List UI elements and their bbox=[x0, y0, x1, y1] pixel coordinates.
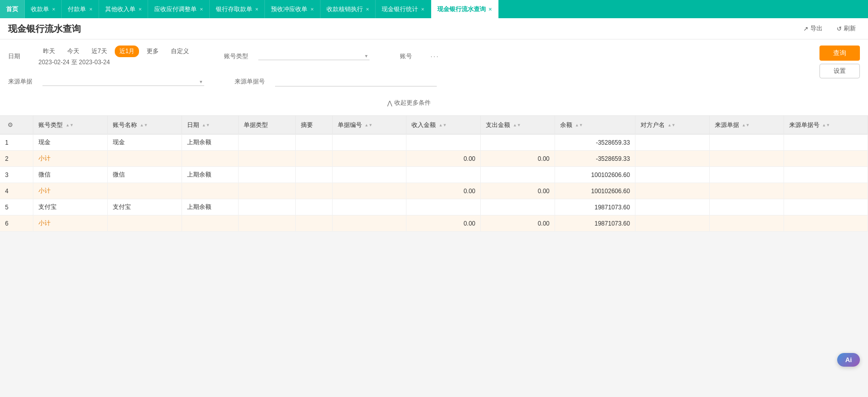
table-cell bbox=[239, 183, 295, 199]
sort-icon[interactable]: ▲▼ bbox=[140, 123, 148, 127]
table-cell: 4 bbox=[0, 183, 33, 199]
chevron-down-icon: ▾ bbox=[365, 53, 368, 59]
date-1month[interactable]: 近1月 bbox=[115, 46, 140, 57]
account-type-select[interactable]: ▾ bbox=[258, 52, 370, 60]
table-cell bbox=[239, 215, 295, 232]
nav-xianjinyinhang[interactable]: 现金银行统计 × bbox=[376, 0, 431, 18]
col-balance: 余额 ▲▼ bbox=[555, 116, 635, 135]
nav-label: 现金银行流水查询 bbox=[437, 5, 486, 14]
refresh-button[interactable]: ↺ 刷新 bbox=[833, 22, 860, 35]
nav-fukuandan[interactable]: 付款单 × bbox=[62, 0, 99, 18]
nav-shoukuanhexiao[interactable]: 收款核销执行 × bbox=[321, 0, 376, 18]
table-cell bbox=[406, 199, 481, 215]
close-icon[interactable]: × bbox=[489, 6, 492, 12]
col-income: 收入金额 ▲▼ bbox=[406, 116, 481, 135]
source-doc-no-input[interactable] bbox=[275, 77, 437, 86]
nav-qitashouruan[interactable]: 其他收入单 × bbox=[99, 0, 148, 18]
col-source-doc-no: 来源单据号 ▲▼ bbox=[784, 116, 867, 135]
table-row[interactable]: 3微信微信上期余额100102606.60 bbox=[0, 167, 868, 183]
table-row[interactable]: 2小计0.000.00-3528659.33 bbox=[0, 151, 868, 167]
table-cell bbox=[181, 183, 238, 199]
sort-icon[interactable]: ▲▼ bbox=[364, 123, 373, 127]
sort-icon[interactable]: ▲▼ bbox=[513, 123, 521, 127]
table-cell: -3528659.33 bbox=[555, 135, 635, 151]
source-doc-select[interactable]: ▾ bbox=[42, 78, 204, 86]
collapse-button[interactable]: ⋀ 收起更多条件 bbox=[381, 97, 437, 109]
col-account-name: 账号名称 ▲▼ bbox=[108, 116, 182, 135]
close-icon[interactable]: × bbox=[310, 6, 313, 12]
nav-label: 付款单 bbox=[68, 5, 86, 14]
nav-yushou[interactable]: 预收冲应收单 × bbox=[265, 0, 320, 18]
table-cell bbox=[181, 215, 238, 232]
table-cell bbox=[332, 215, 406, 232]
table-cell: 0.00 bbox=[406, 183, 481, 199]
account-more-icon[interactable]: ··· bbox=[430, 52, 439, 60]
table-cell: 上期余额 bbox=[181, 135, 238, 151]
table-row[interactable]: 4小计0.000.00100102606.60 bbox=[0, 183, 868, 199]
table-cell bbox=[406, 167, 481, 183]
nav-shoukuandan[interactable]: 收款单 × bbox=[25, 0, 62, 18]
table-cell: 6 bbox=[0, 215, 33, 232]
nav-label: 其他收入单 bbox=[105, 5, 135, 14]
nav-home[interactable]: 首页 bbox=[0, 0, 25, 18]
nav-yingshouyingfu[interactable]: 应收应付调整单 × bbox=[148, 0, 209, 18]
date-shortcuts-group: 昨天 今天 近7天 近1月 更多 自定义 2023-02-24 至 2023-0… bbox=[38, 46, 194, 67]
close-icon[interactable]: × bbox=[366, 6, 369, 12]
table-cell: 0.00 bbox=[481, 151, 555, 167]
table-row[interactable]: 6小计0.000.0019871073.60 bbox=[0, 215, 868, 232]
close-icon[interactable]: × bbox=[139, 6, 142, 12]
table-cell bbox=[332, 151, 406, 167]
close-icon[interactable]: × bbox=[52, 6, 55, 12]
filter-area: 日期 昨天 今天 近7天 近1月 更多 自定义 2023-02-24 至 202… bbox=[0, 39, 868, 116]
col-counterparty: 对方户名 ▲▼ bbox=[635, 116, 710, 135]
close-icon[interactable]: × bbox=[421, 6, 424, 12]
page-header: 现金银行流水查询 ↗ 导出 ↺ 刷新 bbox=[0, 18, 868, 39]
filter-right-buttons: 查询 设置 bbox=[819, 46, 860, 78]
table-cell bbox=[295, 183, 332, 199]
date-label: 日期 bbox=[8, 52, 28, 61]
close-icon[interactable]: × bbox=[200, 6, 203, 12]
filter-main-row: 日期 昨天 今天 近7天 近1月 更多 自定义 2023-02-24 至 202… bbox=[8, 46, 860, 109]
table-cell bbox=[635, 199, 710, 215]
table-cell bbox=[709, 199, 784, 215]
col-date: 日期 ▲▼ bbox=[181, 116, 238, 135]
table-row[interactable]: 1现金现金上期余额-3528659.33 bbox=[0, 135, 868, 151]
sort-icon[interactable]: ▲▼ bbox=[439, 123, 447, 127]
table-cell: 100102606.60 bbox=[555, 167, 635, 183]
date-today[interactable]: 今天 bbox=[63, 46, 84, 57]
sort-icon[interactable]: ▲▼ bbox=[575, 123, 583, 127]
settings-icon[interactable]: ⚙ bbox=[5, 120, 15, 130]
table-body: 1现金现金上期余额-3528659.332小计0.000.00-3528659.… bbox=[0, 135, 868, 232]
settings-button[interactable]: 设置 bbox=[819, 64, 860, 78]
table-cell bbox=[635, 151, 710, 167]
sort-icon[interactable]: ▲▼ bbox=[202, 123, 210, 127]
date-7days[interactable]: 近7天 bbox=[87, 46, 112, 57]
export-button[interactable]: ↗ 导出 bbox=[799, 22, 827, 35]
close-icon[interactable]: × bbox=[255, 6, 258, 12]
close-icon[interactable]: × bbox=[89, 6, 92, 12]
date-yesterday[interactable]: 昨天 bbox=[38, 46, 60, 57]
col-settings[interactable]: ⚙ bbox=[0, 116, 33, 135]
nav-yinhanghoucun[interactable]: 银行存取款单 × bbox=[210, 0, 265, 18]
col-expense: 支出金额 ▲▼ bbox=[481, 116, 555, 135]
nav-label: 应收应付调整单 bbox=[154, 5, 197, 14]
sort-icon[interactable]: ▲▼ bbox=[66, 123, 74, 127]
table-cell bbox=[239, 135, 295, 151]
table-container: ⚙ 账号类型 ▲▼ 账号名称 ▲▼ 日期 ▲▼ 单据类型 摘 bbox=[0, 116, 868, 232]
date-more[interactable]: 更多 bbox=[142, 46, 163, 57]
chevron-down-icon: ▾ bbox=[200, 79, 202, 84]
table-cell: 上期余额 bbox=[181, 199, 238, 215]
table-cell: -3528659.33 bbox=[555, 151, 635, 167]
query-button[interactable]: 查询 bbox=[819, 46, 860, 61]
table-cell: 微信 bbox=[108, 167, 182, 183]
sort-icon[interactable]: ▲▼ bbox=[742, 123, 750, 127]
nav-liushui[interactable]: 现金银行流水查询 × bbox=[431, 0, 498, 18]
source-doc-no-label: 来源单据号 bbox=[235, 77, 265, 86]
nav-home-label: 首页 bbox=[6, 5, 18, 14]
date-custom[interactable]: 自定义 bbox=[166, 46, 194, 57]
sort-icon[interactable]: ▲▼ bbox=[822, 123, 830, 127]
sort-icon[interactable]: ▲▼ bbox=[667, 123, 675, 127]
table-cell: 0.00 bbox=[481, 215, 555, 232]
table-cell: 支付宝 bbox=[108, 199, 182, 215]
table-row[interactable]: 5支付宝支付宝上期余额19871073.60 bbox=[0, 199, 868, 215]
